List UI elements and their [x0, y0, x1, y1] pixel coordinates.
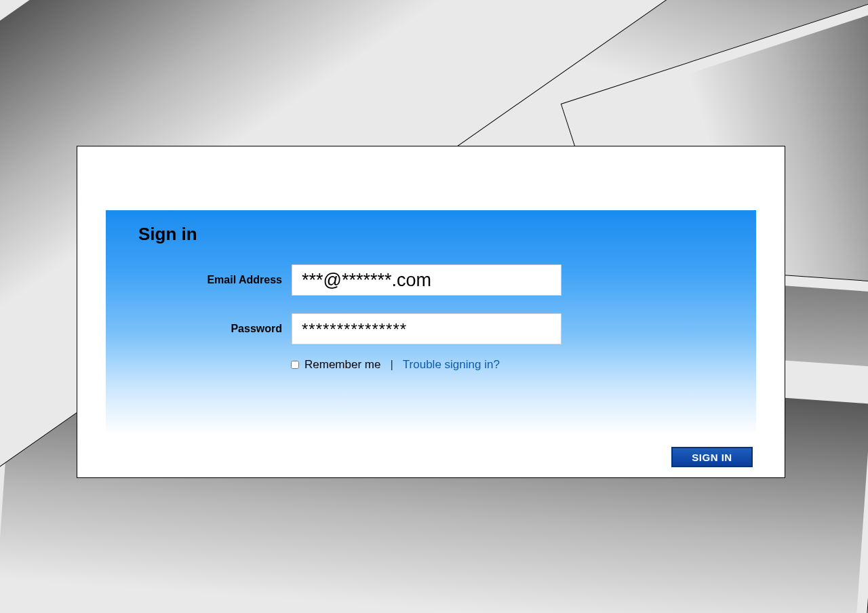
remember-me-label: Remember me [304, 358, 380, 372]
email-row: Email Address [106, 264, 756, 296]
password-field[interactable]: *************** [292, 313, 561, 344]
trouble-signing-in-link[interactable]: Trouble signing in? [403, 358, 500, 372]
signin-title: Sign in [138, 224, 197, 245]
password-row: Password *************** [106, 313, 756, 344]
signin-button[interactable]: SIGN IN [671, 447, 753, 467]
separator: | [390, 358, 393, 372]
remember-me-checkbox[interactable] [291, 361, 299, 369]
signin-panel: Sign in Email Address Password *********… [106, 210, 756, 434]
email-label: Email Address [106, 274, 282, 286]
password-label: Password [106, 323, 282, 335]
email-field[interactable] [292, 264, 561, 296]
options-row: Remember me | Trouble signing in? [291, 358, 500, 372]
signin-card: Sign in Email Address Password *********… [77, 146, 785, 478]
